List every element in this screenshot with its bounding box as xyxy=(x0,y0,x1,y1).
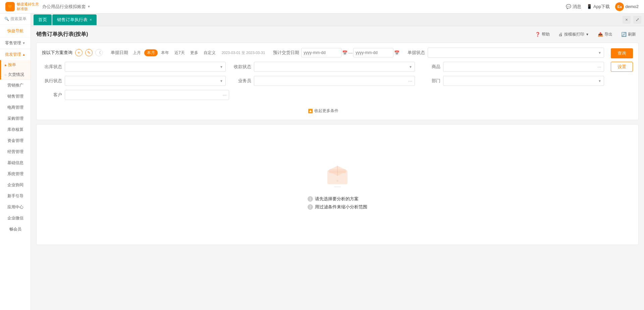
scheme-edit-btn[interactable]: ✎ xyxy=(85,49,93,56)
tab-sales-orders[interactable]: 销售订单执行表 × xyxy=(52,14,97,25)
maximize-icon: ⤢ xyxy=(636,17,639,22)
sidebar-retail-group: 零售管理 ▼ xyxy=(0,38,31,49)
payment-status-item: 收款状态 ▼ xyxy=(231,62,415,72)
date-tab-last7[interactable]: 近7天 xyxy=(172,49,187,56)
sidebar-item-inventory[interactable]: 库存核算 xyxy=(0,124,31,135)
salesperson-input-wrap: ··· xyxy=(254,76,415,86)
filter-controls: 按以下方案查询 ＋ ✎ 《 单据日期 上月 本月 本年 xyxy=(42,48,604,115)
customer-input-wrap: ··· xyxy=(65,90,229,100)
sidebar-item-newbie[interactable]: 新手引导 xyxy=(0,191,31,202)
sidebar-search[interactable]: 🔍 搜索菜单 xyxy=(0,13,31,25)
exec-status-wrap: ▼ xyxy=(65,76,226,86)
filter-row-2: 执行状态 ▼ 业务员 xyxy=(42,76,604,86)
orders-icon: ● xyxy=(4,63,7,67)
collapse-more-btn[interactable]: 🔼 收起更多条件 xyxy=(308,108,338,114)
shipment-status-wrap: ▼ xyxy=(65,62,226,72)
print-dropdown-arrow: ▼ xyxy=(586,33,589,36)
refresh-icon: 🔄 xyxy=(621,32,627,37)
salesperson-label: 业务员 xyxy=(231,78,251,84)
filter-main: 按以下方案查询 ＋ ✎ 《 单据日期 上月 本月 本年 xyxy=(42,48,633,115)
date-tab-thismonth[interactable]: 本月 xyxy=(144,49,158,56)
expected-date-filter: 预计交货日期 📅 — 📅 xyxy=(273,48,399,57)
sidebar-item-ecommerce[interactable]: 电商管理 xyxy=(0,102,31,113)
sidebar-sub-orders[interactable]: ● 按单 xyxy=(1,60,31,70)
status-select[interactable] xyxy=(428,48,604,58)
close-icon: × xyxy=(625,17,628,22)
topbar-title[interactable]: 办公用品行业模拟账套 ▼ xyxy=(42,4,91,10)
date-tab-custom[interactable]: 自定义 xyxy=(202,49,218,56)
sidebar-item-sales[interactable]: 销售管理 xyxy=(0,91,31,102)
date-tab-more[interactable]: 更多 xyxy=(188,49,200,56)
help-btn[interactable]: ❓ 帮助 xyxy=(532,30,552,39)
tab-close-icon[interactable]: × xyxy=(90,17,92,22)
avatar: Ea xyxy=(615,2,624,11)
calendar-end-icon[interactable]: 📅 xyxy=(394,50,399,55)
expected-date-end[interactable] xyxy=(353,48,393,57)
tab-home[interactable]: 首页 xyxy=(34,14,52,25)
empty-box-svg xyxy=(321,157,354,191)
page-content: 销售订单执行表(按单) ❓ 帮助 🖨 按模板打印 ▼ 📤 导出 xyxy=(31,26,644,310)
wholesale-expand-icon: ▲ xyxy=(22,53,25,56)
payment-status-label: 收款状态 xyxy=(231,64,251,70)
print-btn[interactable]: 🖨 按模板打印 ▼ xyxy=(556,30,592,39)
user-area[interactable]: Ea demo2 xyxy=(615,2,639,11)
tab-close-window-btn[interactable]: × xyxy=(623,16,631,24)
payment-status-select[interactable] xyxy=(254,62,415,72)
product-input[interactable] xyxy=(443,62,604,72)
shipment-status-select[interactable] xyxy=(65,62,226,72)
settings-button[interactable]: 设置 xyxy=(611,62,633,72)
export-btn[interactable]: 📤 导出 xyxy=(595,30,615,39)
sidebar-item-member[interactable]: 畅会员 xyxy=(0,224,31,235)
empty-state: 1 请先选择要分析的方案 2 用过滤条件来缩小分析范围 xyxy=(36,124,639,245)
status-select-wrap: ▼ xyxy=(428,48,604,58)
tip-num-2: 2 xyxy=(308,204,313,210)
page-title: 销售订单执行表(按单) xyxy=(36,31,88,38)
sidebar-item-enterprise[interactable]: 企业协同 xyxy=(0,179,31,191)
sidebar-item-business[interactable]: 经营管理 xyxy=(0,146,31,157)
message-btn[interactable]: 💬 消息 xyxy=(566,4,581,10)
sidebar-item-finance[interactable]: 资金管理 xyxy=(0,135,31,146)
topbar: 🧡 畅捷通好生意 标准版 办公用品行业模拟账套 ▼ 💬 消息 📱 App下载 E… xyxy=(0,0,644,13)
department-item: 部门 ▼ xyxy=(420,76,604,86)
refresh-btn[interactable]: 🔄 刷新 xyxy=(619,30,639,39)
sidebar-shortcut[interactable]: 快捷导航 xyxy=(0,25,31,38)
sidebar-item-purchase[interactable]: 采购管理 xyxy=(0,113,31,124)
salesperson-input[interactable] xyxy=(254,76,415,86)
sidebar-item-system[interactable]: 系统管理 xyxy=(0,168,31,179)
sidebar-item-appcenter[interactable]: 应用中心 xyxy=(0,202,31,213)
app-download-btn[interactable]: 📱 App下载 xyxy=(587,4,610,10)
date-tab-lastmonth[interactable]: 上月 xyxy=(131,49,143,56)
collapse-more: 🔼 收起更多条件 xyxy=(42,107,604,115)
query-button[interactable]: 查询 xyxy=(611,48,633,58)
empty-tip-1: 1 请先选择要分析的方案 xyxy=(308,196,367,202)
sidebar-item-wechat[interactable]: 企业微信 xyxy=(0,213,31,224)
salesperson-item: 业务员 ··· xyxy=(231,76,415,86)
main-layout: 🔍 搜索菜单 快捷导航 零售管理 ▼ 批发管理 ▲ ● 按单 xyxy=(0,13,644,310)
content-area: 首页 销售订单执行表 × × ⤢ 销售订单执行表(按单) xyxy=(31,13,644,310)
calendar-start-icon[interactable]: 📅 xyxy=(342,50,347,55)
sidebar-item-wholesale[interactable]: 批发管理 ▲ xyxy=(0,49,31,60)
customer-input[interactable] xyxy=(65,90,229,100)
date-tab-thisyear[interactable]: 本年 xyxy=(159,49,171,56)
filter-scheme-row: 按以下方案查询 ＋ ✎ 《 单据日期 上月 本月 本年 xyxy=(42,48,604,58)
sidebar: 🔍 搜索菜单 快捷导航 零售管理 ▼ 批发管理 ▲ ● 按单 xyxy=(0,13,31,310)
expected-date-start[interactable] xyxy=(301,48,341,57)
sidebar-wholesale-group: 批发管理 ▲ ● 按单 ○ 欠货情况 xyxy=(0,49,31,80)
product-input-wrap: ··· xyxy=(443,62,604,72)
scheme-add-btn[interactable]: ＋ xyxy=(75,49,83,56)
tab-maximize-btn[interactable]: ⤢ xyxy=(633,16,641,24)
scheme-collapse-btn[interactable]: 《 xyxy=(95,49,103,56)
logo-icon: 🧡 xyxy=(5,2,15,11)
exec-status-select[interactable] xyxy=(65,76,226,86)
search-icon: 🔍 xyxy=(4,17,9,21)
tab-bar: 首页 销售订单执行表 × × ⤢ xyxy=(31,13,644,26)
sidebar-item-retail[interactable]: 零售管理 ▼ xyxy=(0,38,31,49)
sidebar-item-marketing[interactable]: 营销推广 xyxy=(0,80,31,91)
page-actions: ❓ 帮助 🖨 按模板打印 ▼ 📤 导出 🔄 刷新 xyxy=(532,30,639,39)
sidebar-item-basic[interactable]: 基础信息 xyxy=(0,157,31,168)
logo-area: 🧡 畅捷通好生意 标准版 xyxy=(5,2,39,11)
customer-item: 客户 ··· xyxy=(42,90,229,100)
sidebar-sub-debt[interactable]: ○ 欠货情况 xyxy=(1,70,31,80)
department-select[interactable] xyxy=(443,76,604,86)
expected-date-inputs: 📅 — 📅 xyxy=(301,48,399,57)
